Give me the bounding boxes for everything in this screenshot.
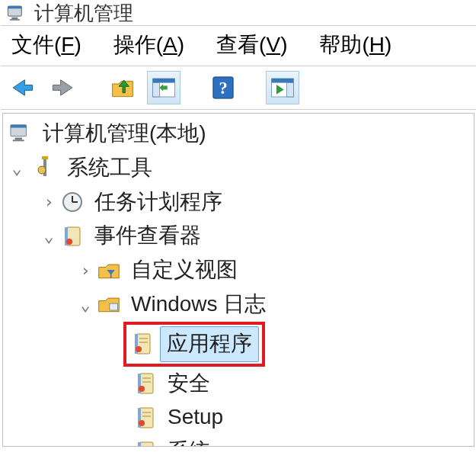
svg-point-29 xyxy=(136,346,142,352)
app-icon xyxy=(5,2,27,24)
tree-node-system-tools[interactable]: ⌄ 系统工具 xyxy=(3,151,474,185)
menu-help[interactable]: 帮助(H) xyxy=(319,30,391,59)
expander-collapse-icon[interactable]: ⌄ xyxy=(40,223,58,249)
tree-node-windows-logs[interactable]: ⌄ Windows 日志 xyxy=(3,287,474,322)
svg-rect-14 xyxy=(15,138,22,140)
computer-management-icon xyxy=(8,120,34,146)
window-title: 计算机管理 xyxy=(34,0,133,27)
tree-node-root[interactable]: 计算机管理(本地) xyxy=(3,117,474,151)
expander-collapse-icon[interactable]: ⌄ xyxy=(76,291,94,318)
svg-text:?: ? xyxy=(219,79,227,98)
log-icon xyxy=(133,371,158,396)
computer-management-window: 计算机管理 文件(F) 操作(A) 查看(V) 帮助(H) xyxy=(0,0,476,462)
tree-node-task-scheduler[interactable]: › 任务计划程序 xyxy=(3,185,474,220)
svg-rect-1 xyxy=(8,6,21,8)
toolbar: ? xyxy=(1,66,476,110)
svg-rect-10 xyxy=(272,79,294,83)
expander-expand-icon[interactable]: › xyxy=(76,257,94,284)
tree-label-custom-views: 自定义视图 xyxy=(126,253,242,287)
expander-expand-icon[interactable]: › xyxy=(40,188,58,215)
nav-up-button[interactable] xyxy=(106,71,139,104)
svg-rect-5 xyxy=(153,79,175,83)
tree-node-setup[interactable]: Setup xyxy=(3,400,474,435)
up-folder-icon xyxy=(110,76,136,99)
svg-rect-6 xyxy=(153,83,160,97)
svg-point-17 xyxy=(38,166,46,174)
svg-rect-41 xyxy=(138,442,141,447)
tree-node-application[interactable]: 应用程序 xyxy=(3,322,474,367)
log-icon xyxy=(133,405,158,431)
tree-label-windows-logs: Windows 日志 xyxy=(126,287,270,322)
forward-arrow-icon xyxy=(50,77,76,98)
back-arrow-icon xyxy=(9,77,35,98)
system-tools-icon xyxy=(32,155,58,181)
menu-view[interactable]: 查看(V) xyxy=(216,30,287,59)
svg-point-34 xyxy=(139,386,145,392)
run-panel-icon xyxy=(270,77,295,98)
svg-point-39 xyxy=(139,420,145,426)
svg-rect-13 xyxy=(11,125,27,128)
panel-toggle-icon xyxy=(152,77,176,98)
console-tree-panel: 计算机管理(本地) ⌄ 系统工具 › xyxy=(2,113,474,447)
svg-rect-40 xyxy=(139,442,153,447)
folder-filter-icon xyxy=(96,258,122,284)
svg-rect-3 xyxy=(10,19,20,21)
tree-label-root: 计算机管理(本地) xyxy=(38,117,211,151)
svg-point-23 xyxy=(66,239,72,245)
menu-bar: 文件(F) 操作(A) 查看(V) 帮助(H) xyxy=(1,26,476,66)
folder-icon xyxy=(96,291,122,317)
console-tree[interactable]: 计算机管理(本地) ⌄ 系统工具 › xyxy=(3,114,474,447)
tree-node-security[interactable]: 安全 xyxy=(3,367,474,401)
tree-node-custom-views[interactable]: › 自定义视图 xyxy=(3,253,474,287)
title-bar: 计算机管理 xyxy=(1,1,476,25)
menu-file[interactable]: 文件(F) xyxy=(11,30,81,59)
svg-rect-15 xyxy=(13,140,24,142)
nav-back-button[interactable] xyxy=(5,71,39,104)
svg-rect-24 xyxy=(110,303,118,310)
tree-label-task-scheduler: 任务计划程序 xyxy=(90,185,227,220)
expander-collapse-icon[interactable]: ⌄ xyxy=(8,155,26,181)
log-icon xyxy=(129,331,155,357)
toggle-console-tree-button[interactable] xyxy=(147,71,180,104)
help-icon: ? xyxy=(212,75,235,100)
tree-label-setup: Setup xyxy=(163,400,228,435)
svg-rect-2 xyxy=(11,18,18,19)
tree-label-system-tools: 系统工具 xyxy=(62,151,157,185)
tree-label-system: 系统 xyxy=(163,435,215,447)
tree-node-event-viewer[interactable]: ⌄ 事件查看器 xyxy=(3,219,474,253)
log-icon xyxy=(133,439,158,447)
nav-forward-button[interactable] xyxy=(46,71,80,104)
menu-action[interactable]: 操作(A) xyxy=(113,30,184,59)
event-viewer-icon xyxy=(59,223,85,249)
tree-node-system[interactable]: 系统 xyxy=(3,435,474,447)
help-button[interactable]: ? xyxy=(206,71,240,104)
clock-icon xyxy=(59,189,85,215)
tree-label-application: 应用程序 xyxy=(160,326,259,362)
svg-rect-11 xyxy=(287,83,294,97)
tree-label-security: 安全 xyxy=(163,367,215,401)
tree-label-event-viewer: 事件查看器 xyxy=(90,219,206,253)
action-pane-button[interactable] xyxy=(266,71,299,104)
highlight-box: 应用程序 xyxy=(123,322,265,367)
